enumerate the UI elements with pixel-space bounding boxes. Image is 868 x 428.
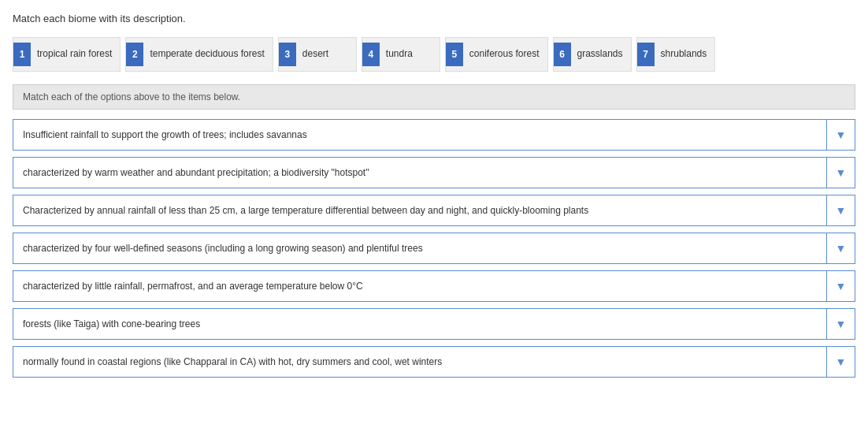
biome-number: 4 [362, 43, 380, 66]
dropdown-arrow-button[interactable]: ▼ [826, 233, 855, 263]
biome-number: 7 [637, 43, 655, 66]
biome-label: coniferous forest [469, 48, 540, 61]
description-text: characterized by warm weather and abunda… [13, 160, 826, 186]
dropdown-arrow-button[interactable]: ▼ [826, 195, 855, 225]
page-instruction: Match each biome with its description. [13, 13, 855, 24]
biome-label: temperate deciduous forest [150, 48, 264, 61]
biome-label: desert [302, 48, 328, 61]
description-text: characterized by four well-defined seaso… [13, 236, 826, 262]
biome-option-7[interactable]: 7 shrublands [636, 37, 716, 72]
description-row-1: Insufficient rainfall to support the gro… [13, 119, 855, 151]
dropdown-arrow-button[interactable]: ▼ [826, 120, 855, 150]
biome-label: tropical rain forest [37, 48, 112, 61]
dropdown-arrow-button[interactable]: ▼ [826, 271, 855, 301]
biome-label: grasslands [577, 48, 623, 61]
biome-label: tundra [386, 48, 413, 61]
biome-option-2[interactable]: 2 temperate deciduous forest [125, 37, 273, 72]
description-row-4: characterized by four well-defined seaso… [13, 233, 855, 264]
biome-number: 1 [13, 43, 31, 66]
biome-number: 6 [554, 43, 571, 66]
match-instructions-bar: Match each of the options above to the i… [13, 84, 855, 110]
description-text: Characterized by annual rainfall of less… [13, 198, 826, 224]
biome-label: shrublands [661, 48, 707, 61]
dropdown-arrow-button[interactable]: ▼ [826, 309, 855, 339]
biome-option-3[interactable]: 3 desert [278, 37, 357, 72]
biome-number: 2 [126, 43, 143, 66]
biome-option-1[interactable]: 1 tropical rain forest [13, 37, 121, 72]
descriptions-container: Insufficient rainfall to support the gro… [13, 119, 855, 378]
biome-option-5[interactable]: 5 coniferous forest [445, 37, 548, 72]
description-row-3: Characterized by annual rainfall of less… [13, 195, 855, 226]
dropdown-arrow-button[interactable]: ▼ [826, 158, 855, 188]
biome-option-4[interactable]: 4 tundra [362, 37, 440, 72]
description-row-6: forests (like Taiga) with cone-bearing t… [13, 308, 855, 340]
description-text: forests (like Taiga) with cone-bearing t… [13, 311, 826, 337]
description-row-2: characterized by warm weather and abunda… [13, 157, 855, 188]
biome-number: 3 [279, 43, 296, 66]
description-row-5: characterized by little rainfall, permaf… [13, 270, 855, 302]
description-row-7: normally found in coastal regions (like … [13, 346, 855, 378]
biome-number: 5 [446, 43, 463, 66]
description-text: normally found in coastal regions (like … [13, 349, 826, 375]
description-text: Insufficient rainfall to support the gro… [13, 122, 826, 148]
biome-option-6[interactable]: 6 grasslands [553, 37, 632, 72]
biome-options-container: 1 tropical rain forest 2 temperate decid… [13, 37, 855, 72]
dropdown-arrow-button[interactable]: ▼ [826, 347, 855, 377]
description-text: characterized by little rainfall, permaf… [13, 274, 826, 300]
